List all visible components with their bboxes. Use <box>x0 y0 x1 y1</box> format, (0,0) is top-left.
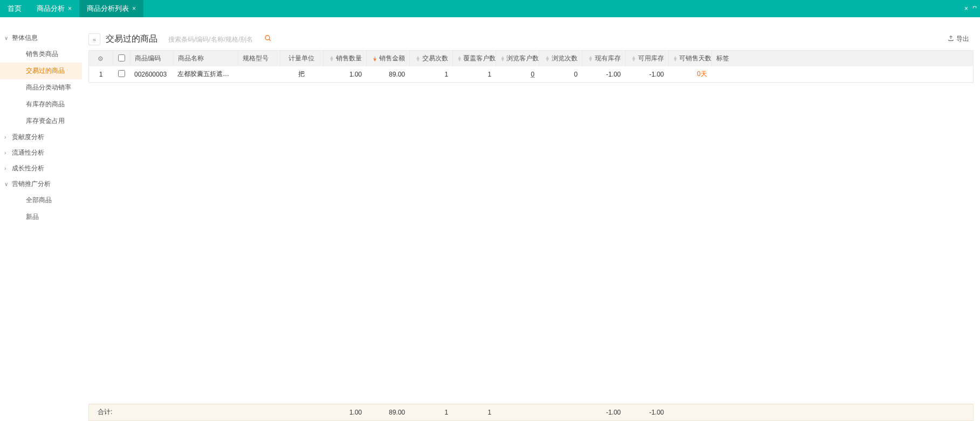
sidebar-item-label: 交易过的商品 <box>26 67 65 74</box>
sort-icon: ▲▼ <box>457 56 462 61</box>
cell-browsec[interactable]: 0 <box>496 66 539 82</box>
select-all-checkbox[interactable] <box>118 54 125 61</box>
cell-tag <box>711 66 973 82</box>
side-group-marketing: ∨ 营销推广分析 全部商品 新品 <box>0 176 82 225</box>
col-stock[interactable]: ▲▼现有库存 <box>582 51 625 66</box>
sort-icon: ▲▼ <box>588 56 593 61</box>
tab-home[interactable]: 首页 <box>0 0 29 17</box>
export-label: 导出 <box>956 34 969 44</box>
table-row[interactable]: 1 002600003 左都胶囊五折遮阳伞防晒伞; 把 1.00 89.00 1… <box>89 66 973 82</box>
sort-icon: ▲▼ <box>545 56 550 61</box>
collapse-sidebar-button[interactable]: « <box>88 33 100 45</box>
tab-bar: 首页 商品分析 × 商品分析列表 × × ⌜⌝ <box>0 0 980 17</box>
gear-icon: ⚙ <box>98 55 104 63</box>
sidebar-item-instock-products[interactable]: 有库存的商品 <box>0 96 82 113</box>
sidebar: ∨ 整体信息 销售类商品 交易过的商品 商品分类动销率 有库存的商品 库存资金占… <box>0 28 82 225</box>
tab-product-analysis-list[interactable]: 商品分析列表 × <box>79 0 143 17</box>
cell-qty: 1.00 <box>323 66 366 82</box>
export-button[interactable]: 导出 <box>943 32 974 46</box>
sidebar-item-all-products[interactable]: 全部商品 <box>0 192 82 209</box>
col-avail[interactable]: ▲▼可用库存 <box>625 51 668 66</box>
col-name[interactable]: 商品名称 <box>173 51 238 66</box>
table-wrap: ⚙ 商品编码 商品名称 规格型号 计量单位 ▲▼销售数量 ▲▼销售金额 ▲▼交易… <box>88 50 974 83</box>
cell-stock: -1.00 <box>582 66 625 82</box>
col-tag[interactable]: 标签 <box>711 51 973 66</box>
side-group-liquidity: › 流通性分析 <box>0 145 82 161</box>
search-icon[interactable] <box>264 34 272 44</box>
close-icon[interactable]: × <box>68 5 72 12</box>
col-days[interactable]: ▲▼可销售天数 <box>668 51 711 66</box>
cell-avail: -1.00 <box>625 66 668 82</box>
search-box <box>165 33 272 45</box>
cell-amt: 89.00 <box>366 66 409 82</box>
svg-line-1 <box>269 39 271 41</box>
sidebar-item-label: 有库存的商品 <box>26 100 65 108</box>
fullscreen-icon[interactable]: ⌜⌝ <box>972 5 976 12</box>
col-gear[interactable]: ⚙ <box>89 51 113 66</box>
sort-icon: ▲▼ <box>330 56 334 61</box>
content-header-right: 导出 <box>943 32 974 46</box>
row-checkbox[interactable] <box>118 70 125 77</box>
content-header: « 交易过的商品 导出 <box>88 28 974 50</box>
col-unit[interactable]: 计量单位 <box>280 51 323 66</box>
chevron-down-icon: ∨ <box>4 35 8 41</box>
col-amt[interactable]: ▲▼销售金额 <box>366 51 409 66</box>
chevron-down-icon: ∨ <box>4 181 8 187</box>
sidebar-item-label: 全部商品 <box>26 196 52 204</box>
cell-idx: 1 <box>89 66 113 82</box>
sort-icon: ▲▼ <box>632 56 636 61</box>
side-group-header-growth[interactable]: › 成长性分析 <box>0 161 82 176</box>
export-icon <box>948 35 954 43</box>
chevron-right-icon: › <box>4 165 6 171</box>
search-input[interactable] <box>165 33 262 45</box>
sort-icon: ▲▼ <box>501 56 505 61</box>
col-deal[interactable]: ▲▼交易次数 <box>409 51 453 66</box>
tab-product-analysis[interactable]: 商品分析 × <box>29 0 79 17</box>
side-group-growth: › 成长性分析 <box>0 161 82 176</box>
sidebar-item-category-turnover[interactable]: 商品分类动销率 <box>0 79 82 96</box>
col-checkbox <box>113 51 130 66</box>
tab-label: 首页 <box>8 4 22 13</box>
col-qty[interactable]: ▲▼销售数量 <box>323 51 366 66</box>
sort-icon: ▲▼ <box>373 56 378 61</box>
sidebar-item-sales-products[interactable]: 销售类商品 <box>0 46 82 63</box>
cell-spec <box>238 66 280 82</box>
side-group-overall: ∨ 整体信息 销售类商品 交易过的商品 商品分类动销率 有库存的商品 库存资金占… <box>0 30 82 129</box>
cell-days: 0天 <box>668 66 711 82</box>
side-group-label: 整体信息 <box>12 33 38 43</box>
cell-checkbox <box>113 66 130 82</box>
side-group-label: 成长性分析 <box>12 164 44 173</box>
side-group-label: 营销推广分析 <box>12 180 51 189</box>
side-group-header-overall[interactable]: ∨ 整体信息 <box>0 30 82 46</box>
cell-browset: 0 <box>539 66 582 82</box>
chevron-right-icon: › <box>4 150 6 156</box>
chevron-double-left-icon: « <box>93 36 96 43</box>
sort-icon: ▲▼ <box>416 56 421 61</box>
content: « 交易过的商品 导出 <box>82 28 980 225</box>
close-icon[interactable]: × <box>132 5 136 12</box>
page-title: 交易过的商品 <box>106 33 157 45</box>
cell-name: 左都胶囊五折遮阳伞防晒伞; <box>173 66 238 82</box>
sidebar-item-new-products[interactable]: 新品 <box>0 209 82 225</box>
table-header-row: ⚙ 商品编码 商品名称 规格型号 计量单位 ▲▼销售数量 ▲▼销售金额 ▲▼交易… <box>89 51 973 66</box>
col-cust[interactable]: ▲▼覆盖客户数 <box>453 51 496 66</box>
col-browsec[interactable]: ▲▼浏览客户数 <box>496 51 539 66</box>
side-group-header-contribution[interactable]: › 贡献度分析 <box>0 129 82 145</box>
col-browset[interactable]: ▲▼浏览次数 <box>539 51 582 66</box>
svg-point-0 <box>265 36 270 40</box>
side-group-label: 贡献度分析 <box>12 133 44 142</box>
sort-icon: ▲▼ <box>673 56 678 61</box>
sidebar-item-label: 销售类商品 <box>26 50 58 58</box>
sidebar-item-label: 库存资金占用 <box>26 117 65 125</box>
sidebar-item-traded-products[interactable]: 交易过的商品 <box>0 63 82 79</box>
sidebar-item-stock-capital[interactable]: 库存资金占用 <box>0 113 82 129</box>
col-code[interactable]: 商品编码 <box>130 51 173 66</box>
side-group-header-liquidity[interactable]: › 流通性分析 <box>0 145 82 161</box>
cell-cust: 1 <box>453 66 496 82</box>
side-group-header-marketing[interactable]: ∨ 营销推广分析 <box>0 176 82 192</box>
col-spec[interactable]: 规格型号 <box>238 51 280 66</box>
cell-unit: 把 <box>280 66 323 82</box>
close-all-icon[interactable]: × <box>964 5 968 12</box>
product-table: ⚙ 商品编码 商品名称 规格型号 计量单位 ▲▼销售数量 ▲▼销售金额 ▲▼交易… <box>89 51 973 82</box>
sidebar-item-label: 新品 <box>26 213 39 220</box>
